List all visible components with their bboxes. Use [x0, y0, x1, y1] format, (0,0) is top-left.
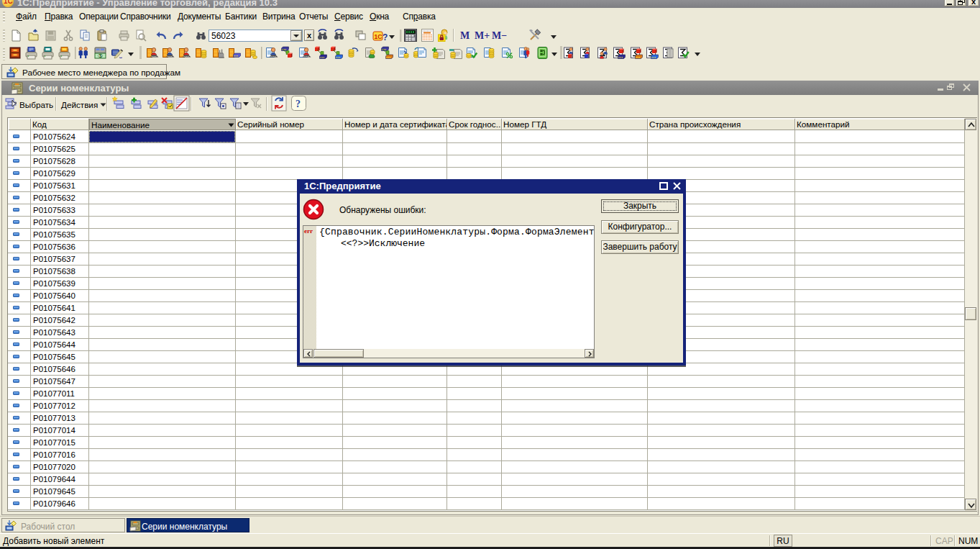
svg-text:?: ? [296, 99, 301, 109]
svg-text:1C: 1C [375, 33, 383, 40]
svg-text:?: ? [383, 32, 388, 42]
svg-text:$: $ [99, 53, 102, 59]
